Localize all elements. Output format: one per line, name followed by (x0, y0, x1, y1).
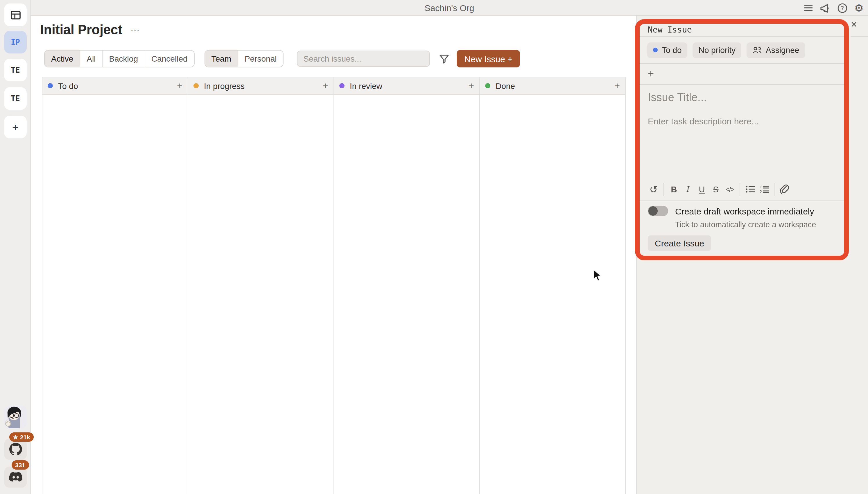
underline-icon[interactable]: U (695, 182, 709, 196)
column-title: To do (58, 81, 177, 90)
sidebar-item-team-2[interactable]: TE (4, 87, 27, 110)
github-link[interactable] (4, 439, 27, 460)
status-chip[interactable]: To do (647, 42, 688, 58)
column-in-review: In review + (334, 77, 479, 494)
kanban-board: To do + In progress + In review + (42, 77, 626, 494)
svg-text:?: ? (841, 4, 844, 11)
filter-tab-backlog[interactable]: Backlog (102, 51, 145, 67)
new-issue-panel: New Issue To do No priority Assi (635, 19, 849, 260)
user-avatar[interactable] (4, 406, 27, 428)
italic-icon[interactable]: I (681, 182, 695, 196)
column-body (42, 95, 188, 494)
megaphone-icon[interactable] (820, 2, 831, 13)
column-header: In review + (334, 77, 479, 95)
app-root: IP TE TE + (0, 0, 868, 494)
strikethrough-icon[interactable]: S (709, 182, 723, 196)
search-input[interactable] (298, 54, 430, 63)
add-issue-icon[interactable]: + (614, 81, 620, 90)
github-stars-badge: ★ 21k (9, 432, 34, 442)
scope-tab-personal[interactable]: Personal (238, 51, 283, 67)
toolbar-divider (739, 183, 740, 195)
chip-label: No priority (699, 45, 736, 55)
sidebar-item-team-1[interactable]: TE (4, 59, 27, 81)
priority-chip[interactable]: No priority (693, 42, 742, 58)
column-body (480, 95, 625, 494)
project-header: Initial Project ⋯ (40, 22, 141, 38)
status-dot (653, 48, 658, 52)
panel-footer: Create draft workspace immediately Tick … (640, 201, 844, 256)
status-filter-group: Active All Backlog Cancelled (44, 50, 195, 68)
attachment-icon[interactable] (777, 182, 791, 196)
new-issue-button[interactable]: New Issue + (457, 50, 520, 68)
assignee-chip[interactable]: Assignee (747, 42, 805, 58)
add-label-row: + (640, 64, 844, 85)
toggle-label: Create draft workspace immediately (675, 206, 814, 216)
add-issue-icon[interactable]: + (323, 81, 328, 90)
panel-title: New Issue (640, 24, 844, 37)
undo-icon[interactable]: ↺ (647, 182, 660, 196)
chip-label: Assignee (766, 45, 799, 55)
scope-filter-group: Team Personal (204, 50, 284, 68)
column-in-progress: In progress + (188, 77, 334, 494)
editor-toolbar: ↺ B I U S </> 12 (640, 178, 844, 201)
topbar-actions: ? ⚙ (803, 0, 865, 16)
column-title: In progress (204, 81, 323, 90)
sidebar-item-initial-project[interactable]: IP (4, 31, 27, 54)
discord-icon (8, 472, 22, 482)
filter-tab-cancelled[interactable]: Cancelled (145, 51, 194, 67)
add-issue-icon[interactable]: + (177, 81, 182, 90)
plus-icon: + (12, 121, 19, 133)
scope-tab-team[interactable]: Team (205, 51, 238, 67)
toggle-knob (648, 206, 658, 216)
status-dot (48, 83, 53, 88)
topbar: Sachin's Org ? ⚙ (31, 0, 868, 16)
bullet-list-icon[interactable] (743, 182, 757, 196)
numbered-list-icon[interactable]: 12 (757, 182, 771, 196)
github-icon (9, 443, 22, 456)
avatar-illustration (4, 406, 27, 428)
column-body (334, 95, 479, 494)
close-icon[interactable]: ✕ (851, 20, 857, 29)
issue-title-input[interactable]: Issue Title... (648, 91, 836, 104)
add-issue-icon[interactable]: + (469, 81, 474, 90)
sidebar-item-dashboard[interactable] (4, 3, 27, 26)
help-icon[interactable]: ? (836, 2, 848, 13)
sidebar-item-label: TE (11, 94, 20, 103)
chip-label: To do (662, 45, 682, 55)
project-board-area: Initial Project ⋯ Active All Backlog Can… (31, 16, 636, 494)
menu-icon[interactable] (803, 2, 814, 13)
board-controls: Active All Backlog Cancelled Team Person… (44, 50, 520, 68)
toggle-hint: Tick to automatically create a workspace (675, 220, 836, 229)
sidebar: IP TE TE + (0, 0, 31, 494)
create-issue-button[interactable]: Create Issue (648, 235, 711, 251)
bold-icon[interactable]: B (667, 182, 681, 196)
discord-count-badge: 331 (12, 460, 29, 470)
discord-link[interactable] (4, 467, 27, 488)
column-done: Done + (479, 77, 626, 494)
header-divider (851, 36, 868, 37)
column-title: In review (350, 81, 469, 90)
column-todo: To do + (42, 77, 188, 494)
filter-tab-all[interactable]: All (80, 51, 102, 67)
filter-tab-active[interactable]: Active (45, 51, 80, 67)
filter-funnel-icon[interactable] (439, 54, 449, 64)
sidebar-add-button[interactable]: + (4, 116, 27, 138)
page-title: Initial Project (40, 22, 122, 38)
status-dot (339, 83, 344, 88)
svg-text:2: 2 (760, 189, 762, 193)
toolbar-divider (774, 183, 774, 195)
project-menu-icon[interactable]: ⋯ (131, 24, 141, 35)
issue-property-chips: To do No priority Assignee (640, 37, 844, 64)
code-icon[interactable]: </> (723, 182, 737, 196)
column-header: In progress + (188, 77, 334, 95)
right-panel-region: ✕ New Issue To do No priority (636, 16, 868, 494)
draft-workspace-toggle[interactable] (648, 206, 668, 216)
sidebar-item-label: TE (11, 66, 20, 74)
gear-icon[interactable]: ⚙ (853, 2, 865, 13)
plus-icon[interactable]: + (648, 68, 654, 80)
issue-editor: Issue Title... Enter task description he… (640, 85, 844, 178)
org-title: Sachin's Org (31, 0, 868, 16)
draft-workspace-row: Create draft workspace immediately (648, 206, 836, 216)
issue-description-input[interactable]: Enter task description here... (648, 116, 836, 126)
column-header: To do + (42, 77, 188, 95)
